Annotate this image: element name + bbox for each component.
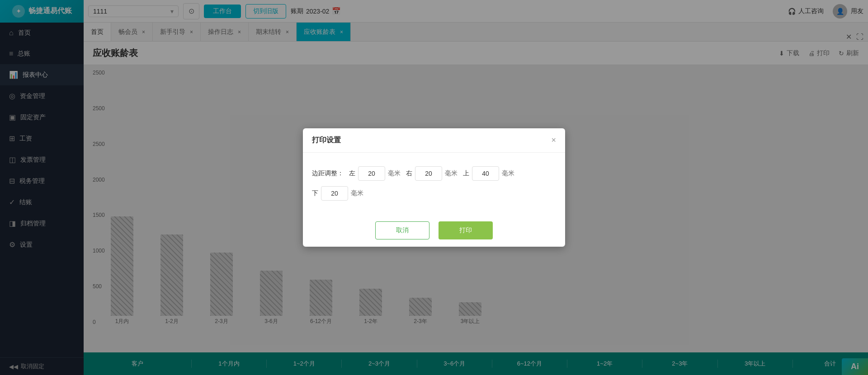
print-settings-dialog: 打印设置 × 边距调整： 左 毫米 右 毫米 上 毫米 [303, 128, 565, 247]
dialog-header: 打印设置 × [303, 128, 565, 153]
margin-bottom-group: 下 毫米 [312, 186, 363, 201]
bottom-unit: 毫米 [351, 189, 363, 197]
bottom-label: 下 [312, 189, 318, 197]
modal-overlay: 打印设置 × 边距调整： 左 毫米 右 毫米 上 毫米 [0, 0, 868, 375]
dialog-body: 边距调整： 左 毫米 右 毫米 上 毫米 下 [303, 153, 565, 214]
right-label: 右 [406, 169, 412, 178]
cancel-button[interactable]: 取消 [375, 221, 429, 239]
bottom-margin-input[interactable] [321, 186, 348, 201]
left-label: 左 [349, 169, 355, 178]
margin-top-group: 上 毫米 [463, 166, 514, 181]
margin-left-group: 左 毫米 [349, 166, 401, 181]
left-unit: 毫米 [388, 169, 401, 178]
dialog-title: 打印设置 [312, 136, 341, 145]
top-label: 上 [463, 169, 469, 178]
dialog-footer: 取消 打印 [303, 214, 565, 247]
top-unit: 毫米 [502, 169, 514, 178]
dialog-close-button[interactable]: × [551, 136, 556, 145]
right-unit: 毫米 [445, 169, 458, 178]
left-margin-input[interactable] [358, 166, 385, 181]
confirm-print-button[interactable]: 打印 [439, 221, 493, 239]
top-margin-input[interactable] [472, 166, 499, 181]
margin-label: 边距调整： [312, 169, 344, 178]
margin-right-group: 右 毫米 [406, 166, 458, 181]
right-margin-input[interactable] [415, 166, 442, 181]
margin-row: 边距调整： 左 毫米 右 毫米 上 毫米 下 [312, 166, 556, 201]
